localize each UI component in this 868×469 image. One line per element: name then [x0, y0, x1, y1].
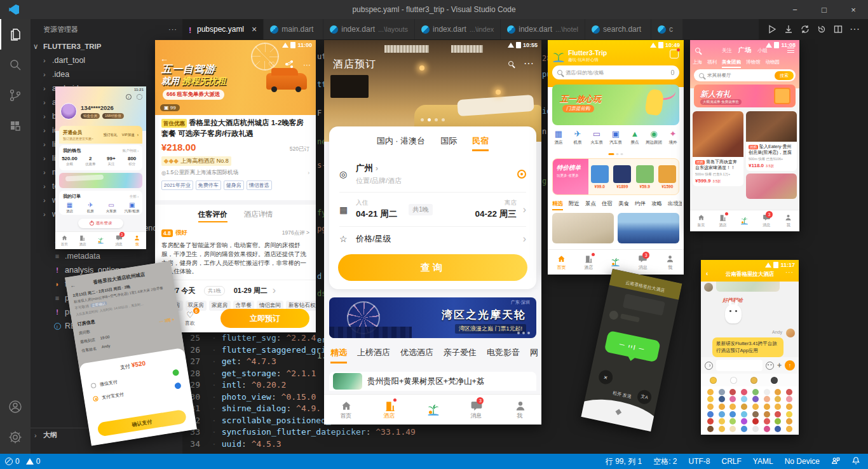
city-value[interactable]: 广州 › [356, 163, 402, 174]
error-count[interactable]: 0 [15, 457, 20, 466]
emoji-category-tab[interactable] [747, 375, 761, 385]
editor-tab[interactable]: search.dart [585, 19, 651, 39]
vip-link[interactable]: 预订有礼 [104, 133, 118, 137]
category-tab[interactable]: 上海 [693, 59, 702, 68]
emoji[interactable] [764, 426, 770, 432]
sync-icon[interactable] [797, 21, 813, 37]
emoji[interactable] [719, 404, 725, 410]
explorer-icon[interactable] [0, 19, 31, 50]
region-tab[interactable]: 国内 · 港澳台 [377, 135, 426, 151]
emoji[interactable] [707, 411, 714, 418]
source-control-icon[interactable] [0, 80, 31, 111]
category-tab[interactable]: 福利 [707, 59, 717, 68]
city-hint[interactable]: 位置/品牌/酒店 [356, 176, 402, 186]
explorer-more-icon[interactable]: ··· [168, 25, 177, 33]
emoji[interactable] [729, 404, 736, 410]
wallet-detail-link[interactable]: 账户明细 › [123, 149, 139, 153]
service-item[interactable]: ▲ 景点 [625, 129, 644, 146]
ad-banner[interactable]: 广东·深圳 湾区之光摩天轮 湾区浪漫之巅 门票1元起! [329, 297, 536, 338]
nav-item[interactable]: 我 [133, 234, 140, 247]
nav-item[interactable]: 首页 [557, 254, 566, 271]
list-tab[interactable]: 电竞影音 [487, 347, 520, 364]
service-item[interactable]: ✈ 机票 [568, 129, 587, 146]
query-button[interactable]: 查询 [338, 254, 527, 281]
encoding[interactable]: UTF-8 [689, 457, 710, 466]
emoji[interactable] [786, 396, 792, 402]
price-star-row[interactable]: ☆ 价格/星级 › [339, 227, 526, 251]
editor-tab[interactable]: c [651, 19, 683, 39]
nav-item[interactable] [97, 237, 104, 245]
service-item[interactable]: ▦ 酒店 [549, 129, 568, 146]
mic-icon[interactable] [671, 70, 674, 75]
emoji[interactable] [741, 404, 747, 410]
wallet-stat[interactable]: 520.00 余额 [59, 156, 80, 167]
emoji[interactable] [786, 426, 792, 432]
deal-tile[interactable]: ¥59.9 [635, 165, 654, 189]
message-input[interactable] [716, 360, 763, 371]
indent-setting[interactable]: 空格: 2 [653, 456, 677, 467]
emoji[interactable] [775, 411, 781, 418]
date-range-row[interactable]: 01-27 今天 共1晚 01-29 周二 › [155, 280, 316, 299]
emoji[interactable] [775, 396, 781, 402]
emoji[interactable] [719, 411, 725, 418]
wallet-stat[interactable]: 99+ 关注 [101, 156, 122, 167]
more-icon[interactable]: ··· [303, 60, 311, 69]
emoji[interactable] [775, 426, 781, 432]
home-tab[interactable]: 精选 [552, 200, 563, 210]
rabbit-sticker[interactable] [725, 304, 742, 323]
radio-unselected[interactable] [91, 383, 97, 388]
send-button[interactable]: ↑ [785, 360, 795, 370]
region-tab[interactable]: 国际 [440, 135, 457, 151]
settings-gear-icon[interactable] [0, 422, 31, 452]
download-icon[interactable] [780, 21, 797, 37]
emoji[interactable] [741, 389, 747, 395]
nav-item[interactable]: 酒店 [79, 234, 86, 247]
list-tab[interactable]: 优选酒店 [400, 347, 433, 364]
run-button[interactable] [764, 21, 780, 37]
emoji[interactable] [707, 389, 714, 395]
emoji[interactable] [775, 404, 781, 410]
service-item[interactable]: ▣ 汽车票 [606, 129, 625, 146]
device-selector[interactable]: No Device [785, 457, 820, 466]
community-tab[interactable]: 广场 [738, 46, 751, 55]
split-editor-icon[interactable] [830, 21, 846, 37]
emoji[interactable] [775, 418, 781, 425]
emoji[interactable] [741, 396, 747, 402]
emoji[interactable] [752, 426, 759, 432]
home-tab[interactable]: 住宿 [602, 200, 613, 210]
emoji-category-tab[interactable] [706, 375, 720, 385]
emoji[interactable] [786, 418, 792, 425]
history-icon[interactable] [813, 21, 830, 37]
warning-count[interactable]: 0 [36, 457, 41, 466]
category-tab[interactable]: 动物园 [766, 59, 780, 68]
editor-tab[interactable]: index.dart ...\layouts [323, 19, 415, 39]
emoji-category-tab[interactable] [767, 375, 781, 385]
settings-gear-icon[interactable] [137, 94, 142, 100]
nav-item[interactable]: 消息 [470, 400, 482, 420]
emoji[interactable] [719, 389, 725, 395]
home-tab[interactable]: 附近 [569, 200, 580, 210]
emoji[interactable] [764, 418, 770, 425]
info-icon[interactable]: i [126, 94, 132, 100]
search-bar[interactable]: 酒店/目的地/攻略 [552, 65, 679, 79]
order-type[interactable]: ▭ 火车票 [101, 201, 122, 214]
emoji[interactable] [786, 411, 792, 418]
order-type[interactable]: ▦ 酒店 [59, 201, 80, 214]
nav-item[interactable]: 消息 [116, 234, 123, 247]
close-button[interactable]: × [839, 0, 868, 19]
vip-link[interactable]: VIP加速 [122, 133, 135, 137]
minimize-button[interactable]: − [780, 0, 810, 19]
distance-row[interactable]: ◎ 1.5公里距离上海浦东国际机场› [159, 166, 312, 177]
emoji[interactable] [707, 418, 714, 425]
emoji[interactable] [707, 396, 714, 402]
order-type[interactable]: ✈ 机票 [80, 201, 101, 214]
emoji[interactable] [719, 396, 725, 402]
nav-item[interactable]: 我 [665, 254, 675, 271]
locate-icon[interactable] [517, 170, 526, 179]
nav-item[interactable]: 消息 [763, 214, 771, 228]
emoji[interactable] [741, 418, 747, 425]
nav-item[interactable]: 消息 [638, 254, 648, 271]
emoji[interactable] [775, 389, 781, 395]
wallet-stat[interactable]: 2 优惠券 [80, 156, 101, 167]
newcomer-banner[interactable]: 新人有礼 大额满减券·免费就券抢 [694, 85, 796, 107]
